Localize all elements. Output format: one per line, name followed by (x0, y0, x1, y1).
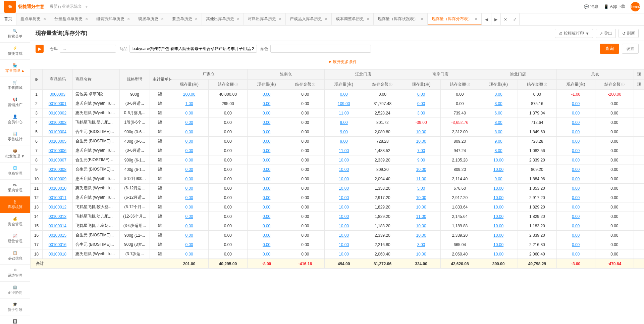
factory-stock-link[interactable]: 0.00 (185, 224, 193, 228)
nanan-stock-link[interactable]: 11.00 (416, 177, 426, 181)
factory-stock-link[interactable]: 0.00 (185, 252, 193, 257)
jiangbei-stock-link[interactable]: 10.00 (339, 167, 349, 172)
code-link[interactable]: 00100016 (49, 242, 66, 247)
code-link[interactable]: 00100005 (49, 139, 66, 144)
info-icon[interactable]: ⓘ (467, 83, 470, 86)
jiangbei-stock-link[interactable]: 10.00 (339, 252, 349, 257)
factory-stock-link[interactable]: 0.00 (185, 167, 193, 172)
tab-inventory-split[interactable]: 分量盘点单历史 ✕ (50, 13, 92, 25)
yubei-stock-link[interactable]: 10.00 (493, 158, 503, 163)
total-stock-link[interactable]: 0.00 (572, 214, 580, 219)
jiangbei-stock-link[interactable]: 109.00 (338, 101, 350, 106)
close-icon[interactable]: ✕ (237, 17, 239, 21)
sidebar-item-base[interactable]: 📋 基础信息 (0, 247, 30, 265)
factory-stock-link[interactable]: 0.00 (185, 111, 193, 115)
nanan-stock-link[interactable]: 11.00 (416, 214, 426, 219)
jiangbei-stock-link[interactable]: 0.00 (340, 92, 347, 97)
jiangbei-stock-link[interactable]: 10.00 (339, 186, 349, 191)
yubei-stock-link[interactable]: 9.00 (494, 177, 502, 181)
yubei-stock-link[interactable]: 6.00 (494, 111, 502, 115)
close-icon[interactable]: ✕ (279, 17, 281, 21)
chennan-stock-link[interactable]: 0.00 (263, 224, 270, 228)
code-link[interactable]: 00100011 (49, 195, 66, 200)
avatar[interactable]: demo2 (631, 2, 640, 11)
warehouse-input[interactable] (60, 45, 116, 53)
yubei-stock-link[interactable]: 10.00 (493, 186, 503, 191)
factory-stock-link[interactable]: 0.00 (185, 177, 193, 181)
sidebar-item-member[interactable]: 👤 会员中心 (0, 111, 30, 128)
tab-transfer[interactable]: 调拨单历史 ✕ (134, 13, 168, 25)
tab-stock-status[interactable]: 现存量（库存状况表） ✕ (374, 13, 428, 25)
jiangbei-stock-link[interactable]: 9.00 (340, 120, 347, 125)
tab-assemble-split[interactable]: 组装拆卸单历史 ✕ (92, 13, 134, 25)
code-link[interactable]: 00100009 (49, 177, 66, 181)
code-link[interactable]: 00100010 (49, 186, 66, 191)
total-stock-link[interactable]: -1.00 (571, 92, 580, 97)
query-button[interactable]: 查询 (600, 44, 619, 54)
jiangbei-stock-link[interactable]: 10.00 (339, 224, 349, 228)
chennan-stock-link[interactable]: 0.00 (263, 92, 270, 97)
yubei-stock-link[interactable]: 10.00 (493, 195, 503, 200)
sidebar-item-shortcut[interactable]: ⚡ 快捷导航 (0, 43, 30, 60)
chennan-stock-link[interactable]: 0.00 (263, 167, 270, 172)
jiangbei-stock-link[interactable]: 10.00 (339, 214, 349, 219)
yubei-stock-link[interactable]: 8.00 (494, 148, 502, 153)
chennan-stock-link[interactable]: 0.00 (263, 177, 270, 181)
yubei-stock-link[interactable]: 9.00 (494, 139, 502, 144)
tab-other-out[interactable]: 其他出库单历史 ✕ (202, 13, 244, 25)
code-link[interactable]: 00100001 (49, 101, 66, 106)
factory-stock-link[interactable]: 0.00 (185, 158, 193, 163)
total-stock-link[interactable]: 0.00 (572, 177, 580, 181)
tab-order[interactable]: 要货单历史 ✕ (168, 13, 202, 25)
info-icon[interactable]: ⓘ (544, 83, 547, 86)
chennan-stock-link[interactable]: 0.00 (263, 139, 270, 144)
sidebar-item-search[interactable]: 🔍 搜索英单 (0, 26, 30, 43)
nanan-stock-link[interactable]: 10.00 (416, 130, 426, 134)
code-link[interactable]: 00100006 (49, 148, 66, 153)
nanan-stock-link[interactable]: 10.00 (416, 195, 426, 200)
chennan-stock-link[interactable]: 0.00 (263, 214, 270, 219)
expand-btn[interactable]: ▼ 展开更多条件 (328, 59, 357, 65)
nanan-stock-link[interactable]: 0.00 (417, 92, 425, 97)
yubei-stock-link[interactable]: 10.00 (493, 233, 503, 238)
total-stock-link[interactable]: 0.00 (572, 130, 580, 134)
yubei-stock-link[interactable]: 10.00 (493, 167, 503, 172)
jiangbei-stock-link[interactable]: 10.00 (339, 205, 349, 210)
close-icon[interactable]: ✕ (161, 17, 164, 21)
filter-toggle-btn[interactable]: ▶ (36, 45, 44, 53)
code-link[interactable]: 00100018 (49, 252, 66, 257)
total-stock-link[interactable]: 0.00 (572, 111, 580, 115)
yubei-stock-link[interactable]: 10.00 (493, 242, 503, 247)
factory-stock-link[interactable]: 200.00 (183, 92, 196, 97)
factory-stock-link[interactable]: 0.00 (185, 139, 193, 144)
yubei-stock-link[interactable]: 10.00 (493, 205, 503, 210)
sidebar-item-guide[interactable]: 🎓 新手引导 (0, 299, 30, 316)
tab-nav-prev[interactable]: ◀ (482, 13, 491, 26)
chennan-stock-link[interactable]: 0.00 (263, 130, 270, 134)
factory-stock-link[interactable]: 0.00 (185, 214, 193, 219)
nanan-stock-link[interactable]: 5.00 (417, 186, 425, 191)
total-stock-link[interactable]: 0.00 (572, 167, 580, 172)
tab-cost-adjust[interactable]: 成本调整单历史 ✕ (332, 13, 374, 25)
total-stock-link[interactable]: 0.00 (572, 148, 580, 153)
yubei-stock-link[interactable]: 10.00 (493, 252, 503, 257)
tab-nav-expand[interactable]: ⤢ (510, 13, 520, 26)
product-input[interactable] (129, 45, 257, 53)
total-stock-link[interactable]: 0.00 (572, 186, 580, 191)
code-link[interactable]: 0000003 (50, 92, 65, 97)
close-icon[interactable]: ✕ (43, 17, 46, 21)
code-link[interactable]: 00100014 (49, 224, 66, 228)
chennan-stock-link[interactable]: 0.00 (263, 252, 270, 257)
yubei-stock-link[interactable]: 8.00 (494, 120, 502, 125)
jiangbei-stock-link[interactable]: 10.00 (339, 242, 349, 247)
total-stock-link[interactable]: 0.00 (572, 120, 580, 125)
yubei-stock-link[interactable]: 8.00 (494, 130, 502, 134)
yubei-stock-link[interactable]: 3.00 (494, 101, 502, 106)
message-btn[interactable]: 💬 消息 (584, 4, 598, 9)
nanan-stock-link[interactable]: 3.00 (417, 111, 425, 115)
total-stock-link[interactable]: 0.00 (572, 205, 580, 210)
total-stock-link[interactable]: 0.00 (572, 242, 580, 247)
close-icon[interactable]: ✕ (127, 17, 130, 21)
app-download-btn[interactable]: 📱 App下载 (604, 4, 625, 9)
nanan-stock-link[interactable]: -39.00 (416, 120, 427, 125)
